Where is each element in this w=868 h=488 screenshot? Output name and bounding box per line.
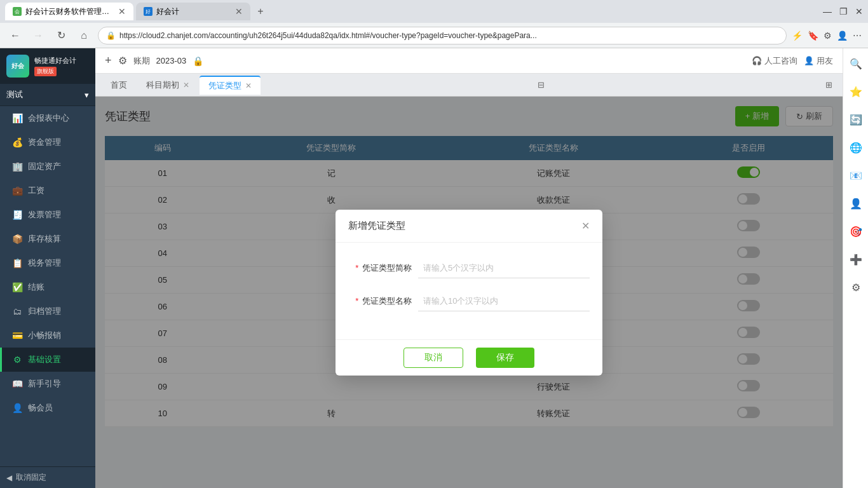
rs-add-icon[interactable]: ➕ [846, 249, 866, 269]
sidebar-label-guide: 新手引导 [28, 378, 61, 390]
required-star-2: * [355, 296, 358, 306]
settings-gear-icon[interactable]: ⚙ [118, 55, 127, 67]
rs-star-icon[interactable]: ⭐ [846, 81, 866, 102]
close-button[interactable]: ✕ [855, 6, 863, 17]
extension-icon-4[interactable]: 👤 [837, 30, 848, 41]
address-bar-actions: ⚡ 🔖 ⚙ 👤 ⋯ [792, 30, 862, 41]
sidebar: 好会 畅捷通好会计 旗舰版 测试 ▾ 📊 会报表中心 💰 资金管理 🏢 固定资产 [0, 48, 95, 488]
sidebar-item-inventory[interactable]: 📦 库存核算 [0, 227, 95, 251]
tab-favicon-1: 会 [13, 7, 22, 16]
dialog-body: * 凭证类型简称 * 凭证类型名称 [336, 243, 602, 339]
short-name-label: * 凭证类型简称 [348, 262, 418, 274]
restore-button[interactable]: ❐ [839, 6, 848, 17]
settings-icon: ⚙ [11, 354, 23, 365]
unpin-label: 取消固定 [16, 472, 46, 483]
right-sidebar: 🔍 ⭐ 🔄 🌐 📧 👤 🎯 ➕ ⚙ [843, 48, 868, 488]
forward-button[interactable]: → [29, 27, 47, 44]
sidebar-label-settle: 结账 [28, 281, 44, 293]
tab-voucher-close[interactable]: ✕ [245, 81, 252, 90]
rs-target-icon[interactable]: 🎯 [846, 221, 866, 241]
sidebar-label-dashboard: 会报表中心 [28, 112, 69, 124]
sidebar-item-expense[interactable]: 💳 小畅报销 [0, 323, 95, 348]
sidebar-item-dashboard[interactable]: 📊 会报表中心 [0, 106, 95, 130]
browser-chrome: 会 好会计云财务软件管理系统_会计 ✕ 好 好会计 ✕ + — ❐ ✕ [0, 0, 868, 23]
sidebar-item-member[interactable]: 👤 畅会员 [0, 396, 95, 420]
sidebar-label-payroll: 工资 [28, 185, 44, 196]
archive-icon: 🗂 [11, 306, 23, 317]
sidebar-item-tax[interactable]: 📋 税务管理 [0, 251, 95, 275]
browser-tab-active[interactable]: 会 好会计云财务软件管理系统_会计 ✕ [5, 3, 133, 20]
full-name-label: * 凭证类型名称 [348, 295, 418, 307]
reload-button[interactable]: ↻ [52, 27, 70, 44]
expense-icon: 💳 [11, 330, 23, 341]
tab-voucher-type[interactable]: 凭证类型 ✕ [200, 76, 261, 95]
headset-icon: 🎧 [752, 56, 762, 65]
tab-subjects-label: 科目期初 [146, 79, 179, 91]
sidebar-label-settings: 基础设置 [28, 354, 61, 365]
period-label: 账期 [133, 55, 150, 67]
tab-close-1[interactable]: ✕ [118, 6, 126, 17]
back-button[interactable]: ← [6, 27, 24, 44]
sidebar-item-guide[interactable]: 📖 新手引导 [0, 372, 95, 396]
short-name-label-text: 凭证类型简称 [362, 263, 412, 273]
tab-minimize-icon[interactable]: ⊟ [533, 78, 548, 93]
extension-icon-3[interactable]: ⚙ [824, 30, 832, 41]
dialog-header: 新增凭证类型 ✕ [336, 210, 602, 243]
extension-icon-1[interactable]: ⚡ [792, 30, 803, 41]
company-name: 测试 [6, 89, 23, 100]
save-button[interactable]: 保存 [476, 348, 534, 368]
minimize-button[interactable]: — [823, 6, 832, 17]
dialog-close-button[interactable]: ✕ [581, 220, 590, 232]
cancel-button[interactable]: 取消 [403, 348, 463, 368]
rs-world-icon[interactable]: 🌐 [846, 137, 866, 158]
tab-voucher-label: 凭证类型 [208, 80, 241, 92]
lock-period-icon[interactable]: 🔒 [193, 56, 203, 66]
sidebar-item-invoice[interactable]: 🧾 发票管理 [0, 203, 95, 227]
new-tab-button[interactable]: + [253, 4, 268, 19]
sidebar-item-payroll[interactable]: 💼 工资 [0, 179, 95, 203]
tab-close-2[interactable]: ✕ [235, 6, 243, 17]
sidebar-item-settings[interactable]: ⚙ 基础设置 [0, 348, 95, 372]
sidebar-item-finance[interactable]: 💰 资金管理 [0, 130, 95, 154]
tab-title-1: 好会计云财务软件管理系统_会计 [25, 6, 114, 17]
tab-home[interactable]: 首页 [102, 76, 136, 95]
rs-user-icon[interactable]: 👤 [846, 193, 866, 214]
rs-gear-icon[interactable]: ⚙ [846, 277, 866, 297]
tab-subjects[interactable]: 科目期初 ✕ [137, 76, 198, 95]
full-name-input[interactable] [418, 291, 590, 311]
sidebar-label-invoice: 发票管理 [28, 209, 61, 220]
logo-badge: 旗舰版 [34, 67, 57, 76]
required-star-1: * [355, 263, 358, 273]
sidebar-label-member: 畅会员 [28, 402, 53, 414]
sidebar-label-inventory: 库存核算 [28, 233, 61, 245]
rs-sync-icon[interactable]: 🔄 [846, 109, 866, 130]
tax-icon: 📋 [11, 257, 23, 269]
sidebar-item-assets[interactable]: 🏢 固定资产 [0, 154, 95, 179]
sidebar-label-tax: 税务管理 [28, 257, 61, 269]
sidebar-company[interactable]: 测试 ▾ [0, 84, 95, 106]
home-button[interactable]: ⌂ [75, 27, 93, 44]
tab-subjects-close[interactable]: ✕ [183, 81, 189, 90]
app-topbar: + ⚙ 账期 2023-03 🔒 🎧 人工咨询 👤 用友 [95, 48, 843, 74]
sidebar-footer[interactable]: ◀ 取消固定 [0, 466, 95, 488]
sidebar-label-assets: 固定资产 [28, 161, 61, 172]
help-button[interactable]: 🎧 人工咨询 [752, 55, 797, 67]
main-content: + ⚙ 账期 2023-03 🔒 🎧 人工咨询 👤 用友 首页 科目期初 ✕ [95, 48, 843, 488]
company-dropdown-icon[interactable]: ▾ [85, 90, 89, 100]
period-value: 2023-03 [156, 56, 187, 65]
sidebar-item-archive[interactable]: 🗂 归档管理 [0, 299, 95, 323]
rs-search-icon[interactable]: 🔍 [846, 53, 866, 74]
unpin-icon: ◀ [6, 473, 12, 482]
url-bar[interactable]: 🔒 https://cloud2.chanjet.com/accounting/… [98, 27, 787, 44]
extension-icon-2[interactable]: 🔖 [808, 30, 818, 41]
short-name-input[interactable] [418, 258, 590, 278]
tab-maximize-icon[interactable]: ⊞ [821, 78, 836, 93]
tab-title-2: 好会计 [156, 6, 231, 17]
user-button[interactable]: 👤 用友 [804, 55, 833, 67]
sidebar-item-settle[interactable]: ✅ 结账 [0, 275, 95, 299]
browser-tab-inactive[interactable]: 好 好会计 ✕ [136, 3, 250, 20]
logo-info: 畅捷通好会计 旗舰版 [34, 56, 76, 76]
rs-mail-icon[interactable]: 📧 [846, 165, 866, 186]
add-icon[interactable]: + [105, 54, 112, 67]
more-button[interactable]: ⋯ [853, 30, 862, 41]
